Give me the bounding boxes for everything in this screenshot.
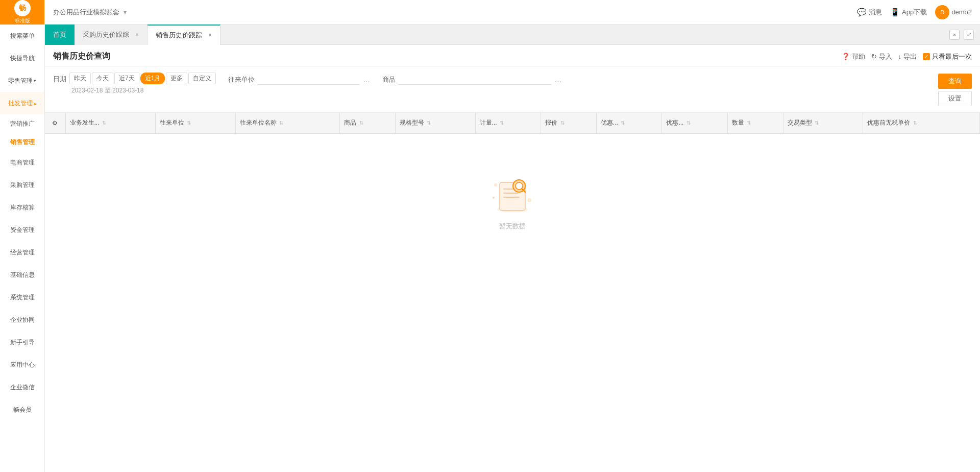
- sidebar-item-guide[interactable]: 新手引导: [0, 331, 44, 353]
- product-input-dots[interactable]: ...: [555, 75, 561, 84]
- help-button[interactable]: ❓ 帮助: [842, 52, 865, 61]
- gear-icon: ⚙: [52, 120, 58, 127]
- date-label: 日期: [53, 75, 66, 84]
- col-trade-type[interactable]: 交易类型 ⇅: [783, 113, 863, 133]
- sidebar-item-system[interactable]: 系统管理: [0, 286, 44, 309]
- product-input[interactable]: [399, 75, 552, 85]
- sidebar-item-purchase[interactable]: 采购管理: [0, 174, 44, 196]
- svg-point-9: [527, 198, 531, 202]
- topbar-left: 办公用品行业模拟账套 ▾: [53, 8, 127, 17]
- query-button[interactable]: 查询: [938, 74, 972, 89]
- export-button[interactable]: ↓ 导出: [898, 52, 917, 61]
- checkbox-icon: [923, 53, 930, 60]
- filter-section: 日期 昨天 今天 近7天 近1月 更多 自定义 2023-02-18 至 202…: [45, 66, 980, 113]
- col-unit[interactable]: 计量... ⇅: [475, 113, 541, 133]
- maximize-button[interactable]: ⤢: [964, 30, 974, 40]
- date-btn-yesterday[interactable]: 昨天: [69, 73, 91, 84]
- sidebar-item-inventory[interactable]: 库存核算: [0, 196, 44, 219]
- tabbar-actions: × ⤢: [943, 30, 980, 40]
- date-filter-group: 日期 昨天 今天 近7天 近1月 更多 自定义 2023-02-18 至 202…: [53, 73, 216, 95]
- sidebar-item-operations[interactable]: 经营管理: [0, 241, 44, 264]
- download-icon: 📱: [890, 8, 900, 17]
- sidebar-item-retail-mgmt[interactable]: 零售管理 ▾: [0, 69, 44, 92]
- col-partner-code[interactable]: 往来单位 ⇅: [156, 113, 236, 133]
- sidebar-item-finance[interactable]: 资金管理: [0, 219, 44, 241]
- col-product[interactable]: 商品 ⇅: [340, 113, 396, 133]
- filter-row-1: 日期 昨天 今天 近7天 近1月 更多 自定义 2023-02-18 至 202…: [53, 70, 972, 108]
- chevron-down-icon: ▾: [34, 78, 36, 83]
- page-header: 销售历史价查询 ❓ 帮助 ↻ 导入 ↓ 导出 只看最后一次: [45, 45, 980, 66]
- topbar: 办公用品行业模拟账套 ▾ 💬 消息 📱 App下载 D demo2: [45, 0, 980, 25]
- settings-button[interactable]: 设置: [938, 91, 972, 106]
- svg-point-8: [494, 183, 497, 186]
- col-partner-name[interactable]: 往来单位名称 ⇅: [235, 113, 340, 133]
- app-dropdown-icon[interactable]: ▾: [124, 9, 127, 16]
- date-btn-today[interactable]: 今天: [92, 73, 113, 84]
- sidebar-item-ecommerce[interactable]: 电商管理: [0, 151, 44, 174]
- sort-icon: ⇅: [187, 120, 191, 126]
- sidebar-item-app-center[interactable]: 应用中心: [0, 353, 44, 376]
- tab-close-purchase[interactable]: ×: [135, 31, 139, 38]
- sidebar-item-enterprise[interactable]: 企业协同: [0, 309, 44, 331]
- sort-icon: ⇅: [560, 120, 565, 126]
- col-discount1[interactable]: 优惠... ⇅: [596, 113, 662, 133]
- sidebar-item-marketing[interactable]: 营销推广: [0, 114, 44, 133]
- sidebar-item-sales-mgmt[interactable]: 销售管理: [0, 133, 44, 151]
- import-button[interactable]: ↻ 导入: [871, 52, 892, 61]
- product-label: 商品: [382, 75, 396, 84]
- app-name: 办公用品行业模拟账套: [53, 8, 119, 17]
- sort-icon: ⇅: [687, 120, 691, 126]
- date-btn-7days[interactable]: 近7天: [114, 73, 139, 84]
- sidebar-item-quick-nav[interactable]: 快捷导航: [0, 47, 44, 69]
- partner-input[interactable]: [258, 75, 360, 85]
- sidebar-item-basic-info[interactable]: 基础信息: [0, 264, 44, 286]
- page-header-actions: ❓ 帮助 ↻ 导入 ↓ 导出 只看最后一次: [842, 52, 972, 61]
- topbar-right: 💬 消息 📱 App下载 D demo2: [857, 5, 972, 19]
- col-gear[interactable]: ⚙: [45, 113, 65, 133]
- data-table: ⚙ 业务发生... ⇅ 往来单位 ⇅ 往来单位名称 ⇅: [45, 113, 980, 134]
- logo-icon: 畅: [14, 0, 31, 16]
- app-download-button[interactable]: 📱 App下载: [890, 8, 927, 17]
- main-area: 办公用品行业模拟账套 ▾ 💬 消息 📱 App下载 D demo2 首页: [45, 0, 980, 472]
- tab-purchase-history[interactable]: 采购历史价跟踪 ×: [75, 25, 148, 45]
- empty-illustration: [489, 175, 535, 216]
- col-discount2[interactable]: 优惠... ⇅: [662, 113, 728, 133]
- help-icon: ❓: [842, 53, 850, 60]
- user-menu[interactable]: D demo2: [935, 5, 972, 19]
- col-quote[interactable]: 报价 ⇅: [541, 113, 597, 133]
- message-button[interactable]: 💬 消息: [857, 8, 882, 17]
- only-last-checkbox[interactable]: 只看最后一次: [923, 52, 972, 61]
- sort-icon: ⇅: [815, 120, 819, 126]
- date-options-wrapper: 昨天 今天 近7天 近1月 更多 自定义 2023-02-18 至 2023-0…: [69, 73, 216, 95]
- date-btn-custom[interactable]: 自定义: [188, 73, 216, 84]
- tab-sales-history[interactable]: 销售历史价跟踪 ×: [148, 25, 220, 45]
- content-area: 销售历史价查询 ❓ 帮助 ↻ 导入 ↓ 导出 只看最后一次: [45, 45, 980, 472]
- close-tab-button[interactable]: ×: [949, 30, 960, 40]
- sort-icon: ⇅: [427, 120, 431, 126]
- empty-text: 暂无数据: [499, 222, 526, 231]
- partner-input-dots[interactable]: ...: [363, 75, 370, 84]
- col-biz-date[interactable]: 业务发生... ⇅: [65, 113, 156, 133]
- export-icon: ↓: [898, 53, 902, 60]
- col-pretax-price[interactable]: 优惠前无税单价 ⇅: [863, 113, 980, 133]
- sidebar-item-wechat[interactable]: 企业微信: [0, 376, 44, 398]
- date-btn-more[interactable]: 更多: [166, 73, 187, 84]
- date-buttons: 昨天 今天 近7天 近1月 更多 自定义: [69, 73, 216, 84]
- tab-home[interactable]: 首页: [45, 25, 75, 45]
- sort-icon: ⇅: [500, 120, 504, 126]
- sort-icon: ⇅: [621, 120, 625, 126]
- chevron-up-icon: ▴: [34, 101, 36, 106]
- product-filter-group: 商品 ...: [382, 75, 561, 85]
- col-spec[interactable]: 规格型号 ⇅: [395, 113, 475, 133]
- col-qty[interactable]: 数量 ⇅: [728, 113, 783, 133]
- table-header-row: ⚙ 业务发生... ⇅ 往来单位 ⇅ 往来单位名称 ⇅: [45, 113, 980, 133]
- message-icon: 💬: [857, 8, 867, 17]
- empty-svg: [489, 175, 535, 216]
- sidebar-item-member[interactable]: 畅会员: [0, 398, 44, 421]
- app-logo[interactable]: 畅 标准版: [0, 0, 44, 25]
- sidebar-item-search-menu[interactable]: 搜索菜单: [0, 25, 44, 47]
- date-btn-1month[interactable]: 近1月: [140, 73, 165, 84]
- sidebar-item-wholesale-mgmt[interactable]: 批发管理 ▴: [0, 92, 44, 114]
- tab-close-sales[interactable]: ×: [208, 32, 212, 39]
- svg-point-10: [493, 197, 495, 199]
